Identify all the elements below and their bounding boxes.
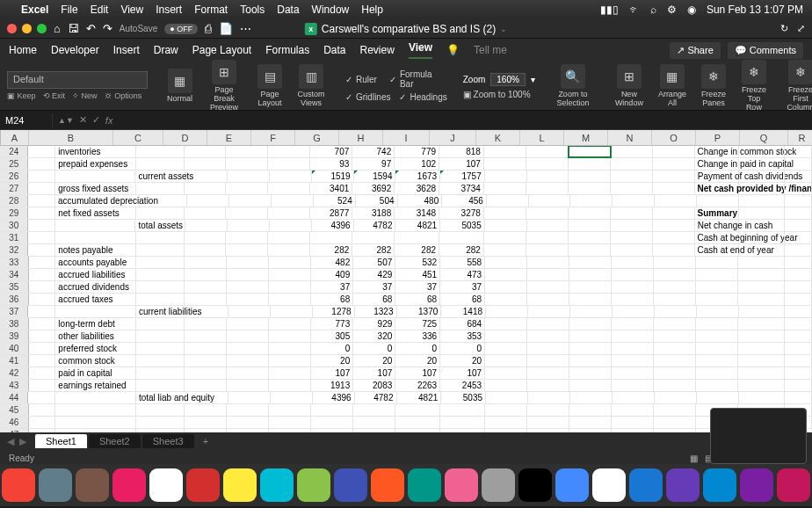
cell-I42[interactable]: 107 bbox=[395, 367, 440, 379]
cell-E38[interactable] bbox=[227, 318, 269, 330]
cell-F43[interactable] bbox=[269, 380, 311, 391]
cell-N32[interactable] bbox=[611, 244, 653, 256]
menu-tools[interactable]: Tools bbox=[240, 4, 265, 16]
cell-J39[interactable]: 353 bbox=[440, 330, 485, 342]
row-header[interactable]: 29 bbox=[0, 207, 28, 219]
siri-icon[interactable]: ◉ bbox=[687, 4, 696, 16]
tab-insert[interactable]: Insert bbox=[113, 44, 140, 56]
cell-D37[interactable] bbox=[186, 306, 228, 317]
cell-C39[interactable] bbox=[136, 330, 185, 342]
cell-O27[interactable] bbox=[653, 183, 695, 194]
row-header[interactable]: 33 bbox=[0, 257, 29, 268]
cell-B40[interactable]: preferred stock bbox=[55, 343, 136, 354]
cell-O46[interactable] bbox=[654, 417, 696, 428]
confirm-icon[interactable]: ✓ bbox=[92, 114, 100, 126]
cell-E37[interactable] bbox=[228, 306, 271, 317]
cell-B44[interactable] bbox=[55, 392, 136, 403]
cell-E24[interactable] bbox=[226, 146, 268, 157]
dock-app-22[interactable] bbox=[629, 468, 663, 502]
cell-E46[interactable] bbox=[227, 417, 269, 428]
cell-F28[interactable] bbox=[272, 195, 314, 207]
cell-K32[interactable] bbox=[484, 244, 526, 256]
cell-N37[interactable] bbox=[613, 306, 655, 317]
cell-B32[interactable]: notes payable bbox=[55, 244, 136, 256]
cell-L36[interactable] bbox=[527, 294, 569, 305]
row-header[interactable]: 45 bbox=[0, 404, 29, 416]
cell-J44[interactable]: 5035 bbox=[441, 392, 486, 403]
cell-N46[interactable] bbox=[612, 417, 654, 428]
cell-N36[interactable] bbox=[612, 294, 654, 305]
menu-insert[interactable]: Insert bbox=[156, 4, 182, 16]
cell-Q41[interactable] bbox=[738, 355, 785, 366]
cell-D28[interactable] bbox=[187, 195, 229, 207]
dock-app-16[interactable] bbox=[408, 468, 441, 502]
cell-I47[interactable] bbox=[395, 429, 440, 432]
cell-G42[interactable]: 107 bbox=[311, 367, 353, 379]
cell-J43[interactable]: 2453 bbox=[440, 380, 485, 391]
cell-M30[interactable] bbox=[569, 220, 611, 231]
cell-B47[interactable] bbox=[55, 429, 136, 432]
tab-draw[interactable]: Draw bbox=[154, 44, 178, 56]
cell-E41[interactable] bbox=[227, 355, 269, 366]
cell-E25[interactable] bbox=[226, 158, 268, 170]
cell-K46[interactable] bbox=[485, 417, 527, 428]
cell-R26[interactable] bbox=[785, 171, 812, 182]
cell-D30[interactable] bbox=[185, 220, 228, 231]
cell-O33[interactable] bbox=[654, 257, 696, 268]
cell-O40[interactable] bbox=[654, 343, 696, 354]
cell-M25[interactable] bbox=[569, 158, 611, 170]
cell-F35[interactable] bbox=[269, 281, 311, 293]
cell-H37[interactable]: 1323 bbox=[355, 306, 397, 317]
cell-G28[interactable]: 524 bbox=[314, 195, 356, 207]
cell-F37[interactable] bbox=[271, 306, 313, 317]
cell-P26[interactable]: Payment of cash dividends bbox=[695, 171, 739, 182]
arrange-all-button[interactable]: ▦Arrange All bbox=[653, 64, 692, 107]
cell-N34[interactable] bbox=[612, 269, 654, 280]
dock-app-21[interactable] bbox=[592, 468, 626, 502]
menu-window[interactable]: Window bbox=[312, 4, 350, 16]
cell-I31[interactable] bbox=[395, 232, 439, 243]
spreadsheet-grid[interactable]: ABCDEFGHIJKLMNOPQR 24inventories70774277… bbox=[0, 130, 812, 432]
more-icon[interactable]: ⋯ bbox=[240, 22, 251, 35]
cell-B33[interactable]: accounts payable bbox=[55, 257, 136, 268]
cell-P41[interactable] bbox=[696, 355, 738, 366]
chevron-down-icon[interactable]: ▾ bbox=[531, 75, 535, 84]
cell-R25[interactable] bbox=[785, 158, 812, 170]
cell-M38[interactable] bbox=[569, 318, 612, 330]
cell-F42[interactable] bbox=[269, 367, 311, 379]
cell-K34[interactable] bbox=[485, 269, 527, 280]
cell-C38[interactable] bbox=[136, 318, 185, 330]
zoom-to-selection-button[interactable]: 🔍Zoom to Selection bbox=[551, 64, 595, 107]
cell-F25[interactable] bbox=[268, 158, 310, 170]
col-header-O[interactable]: O bbox=[652, 130, 696, 145]
zoom-value[interactable]: 160% bbox=[490, 73, 526, 86]
cell-E47[interactable] bbox=[227, 429, 269, 432]
cell-Q34[interactable] bbox=[738, 269, 785, 280]
cell-A34[interactable] bbox=[29, 269, 56, 280]
cell-Q40[interactable] bbox=[738, 343, 785, 354]
cell-L26[interactable] bbox=[527, 171, 569, 182]
cell-I27[interactable]: 3628 bbox=[395, 183, 439, 194]
normal-view-button[interactable]: ▦Normal bbox=[163, 69, 196, 103]
options-button[interactable]: ⛭ Options bbox=[105, 91, 142, 100]
cell-D40[interactable] bbox=[185, 343, 227, 354]
cell-L34[interactable] bbox=[527, 269, 569, 280]
cell-B29[interactable]: net fixed assets bbox=[55, 207, 136, 219]
cell-L28[interactable] bbox=[529, 195, 571, 207]
cell-F46[interactable] bbox=[269, 417, 311, 428]
cell-B31[interactable] bbox=[55, 232, 136, 243]
cell-Q37[interactable] bbox=[739, 306, 786, 317]
cell-N26[interactable] bbox=[611, 171, 653, 182]
cell-F27[interactable] bbox=[268, 183, 310, 194]
cell-P28[interactable] bbox=[697, 195, 739, 207]
undo-icon[interactable]: ↶ bbox=[86, 22, 96, 35]
row-header[interactable]: 28 bbox=[0, 195, 28, 207]
col-header-D[interactable]: D bbox=[163, 130, 207, 145]
cell-P42[interactable] bbox=[696, 367, 738, 379]
cell-R41[interactable] bbox=[785, 355, 812, 366]
cell-K42[interactable] bbox=[485, 367, 527, 379]
cell-J40[interactable]: 0 bbox=[440, 343, 485, 354]
col-header-C[interactable]: C bbox=[113, 130, 163, 145]
cell-N30[interactable] bbox=[611, 220, 653, 231]
cell-O28[interactable] bbox=[655, 195, 697, 207]
